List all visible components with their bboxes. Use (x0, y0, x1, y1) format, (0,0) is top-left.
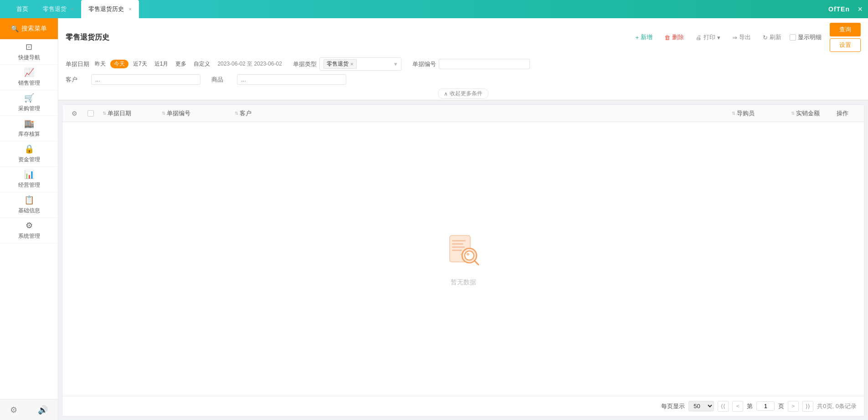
billnum-label: 单据编号 (412, 60, 436, 68)
sidebar-item-operation[interactable]: 📊 经营管理 (0, 167, 58, 192)
page-top-section: 零售退货历史 + 新增 🗑 删除 🖨 打印 ▾ (58, 18, 868, 101)
page-next-btn[interactable]: ＞ (788, 401, 799, 412)
date-btn-more[interactable]: 更多 (173, 60, 189, 68)
print-button[interactable]: 🖨 打印 ▾ (692, 31, 724, 43)
date-btn-1month[interactable]: 近1月 (152, 60, 171, 68)
sidebar-item-basic-info[interactable]: 📋 基础信息 (0, 192, 58, 218)
refresh-button[interactable]: ↻ 刷新 (759, 31, 785, 43)
svg-rect-2 (452, 243, 463, 245)
sidebar-item-inventory[interactable]: 🏬 库存核算 (0, 116, 58, 141)
sidebar-item-finance-label: 资金管理 (18, 156, 40, 164)
page-size-label: 每页显示 (661, 402, 685, 410)
collapse-icon: ∧ (444, 91, 448, 97)
billtype-tag: 零售退货 × (324, 59, 357, 69)
th-guide-sort-icon: ⇅ (732, 111, 735, 116)
tab-retail-return-history-close[interactable]: × (128, 6, 131, 12)
sidebar-search[interactable]: 🔍 搜索菜单 (0, 18, 58, 39)
sidebar-item-quick-nav[interactable]: ⊡ 快捷导航 (0, 39, 58, 65)
toolbar: + 新增 🗑 删除 🖨 打印 ▾ ⇒ 导出 (632, 23, 861, 52)
page-word: 页 (778, 402, 784, 410)
sidebar-item-sys-mgmt-label: 系统管理 (18, 232, 40, 240)
sidebar-nav: ⊡ 快捷导航 📈 销售管理 🛒 采购管理 🏬 库存核算 🔒 资金管理 📊 (0, 39, 58, 399)
tab-retail-return-label: 零售退货 (43, 5, 67, 13)
date-btn-today[interactable]: 今天 (110, 60, 128, 68)
tab-retail-return-history[interactable]: 零售退货历史 × (81, 0, 139, 18)
th-date-sort-icon: ⇅ (103, 111, 106, 116)
brand-label: OfTEn (828, 5, 850, 13)
page-title: 零售退货历史 (66, 33, 109, 42)
page-size-select[interactable]: 50 20 100 200 (688, 401, 714, 411)
sidebar-item-quick-nav-label: 快捷导航 (18, 54, 40, 61)
sidebar-item-sys-mgmt[interactable]: ⚙ 系统管理 (0, 218, 58, 243)
svg-rect-4 (452, 250, 462, 251)
sidebar-item-sales-mgmt-label: 销售管理 (18, 79, 40, 87)
th-guide[interactable]: ⇅ 导购员 (728, 109, 787, 118)
th-ops: 操作 (833, 109, 860, 118)
sys-mgmt-icon: ⚙ (26, 220, 33, 230)
th-num[interactable]: ⇅ 单据编号 (158, 109, 231, 118)
sidebar-item-sales-mgmt[interactable]: 📈 销售管理 (0, 65, 58, 90)
show-detail-checkbox[interactable] (790, 34, 796, 41)
basic-info-icon: 📋 (24, 195, 34, 205)
filter-billtype-item: 单据类型 零售退货 × ▾ (293, 57, 401, 71)
sidebar-item-purchase-mgmt[interactable]: 🛒 采购管理 (0, 90, 58, 116)
svg-rect-3 (452, 246, 465, 248)
table-settings-icon[interactable]: ⚙ (66, 110, 82, 117)
window-close-icon[interactable]: × (858, 5, 863, 14)
sidebar: 🔍 搜索菜单 ⊡ 快捷导航 📈 销售管理 🛒 采购管理 🏬 库存核算 🔒 (0, 18, 58, 420)
th-amount[interactable]: ⇅ 实销金额 (787, 109, 833, 118)
date-btn-yesterday[interactable]: 昨天 (92, 60, 108, 68)
collapse-bar: ∧ 收起更多条件 (66, 87, 861, 100)
filter-customer-item: 客户 (66, 74, 200, 85)
table-header-checkbox[interactable] (82, 110, 99, 117)
operation-icon: 📊 (24, 169, 34, 179)
page-number-input[interactable] (756, 401, 775, 411)
show-detail-toggle[interactable]: 显示明细 (790, 33, 822, 41)
date-btn-custom[interactable]: 自定义 (191, 60, 213, 68)
query-button[interactable]: 查询 (830, 23, 861, 36)
select-all-checkbox[interactable] (87, 110, 94, 117)
collapse-button[interactable]: ∧ 收起更多条件 (438, 88, 488, 99)
tab-retail-return[interactable]: 零售退货 × (36, 0, 81, 18)
tab-retail-return-close[interactable]: × (71, 6, 74, 12)
export-button[interactable]: ⇒ 导出 (729, 31, 755, 43)
main-content: 零售退货历史 + 新增 🗑 删除 🖨 打印 ▾ (58, 18, 868, 420)
th-client[interactable]: ⇅ 客户 (231, 109, 728, 118)
billtype-dropdown-icon: ▾ (394, 61, 397, 67)
sidebar-settings-icon[interactable]: ⚙ (10, 405, 17, 415)
print-label: 打印 (704, 33, 715, 41)
table-area: ⚙ ⇅ 单据日期 ⇅ 单据编号 ⇅ 客户 ⇅ 导购员 (62, 104, 864, 416)
customer-input[interactable] (91, 74, 200, 85)
page-first-btn[interactable]: ⟨⟨ (718, 401, 729, 412)
th-date[interactable]: ⇅ 单据日期 (99, 109, 158, 118)
page-prev-btn[interactable]: ＜ (732, 401, 743, 412)
pagination: 每页显示 50 20 100 200 ⟨⟨ ＜ 第 页 ＞ ⟩⟩ 共0页, 0条… (62, 396, 864, 416)
collapse-label: 收起更多条件 (450, 90, 483, 97)
settings-button[interactable]: 设置 (830, 38, 861, 52)
query-settings-group: 查询 设置 (830, 23, 861, 52)
add-label: 新增 (641, 33, 652, 41)
billtype-tag-text: 零售退货 (327, 60, 349, 68)
th-ops-label: 操作 (837, 109, 848, 118)
sidebar-sound-icon[interactable]: 🔊 (38, 405, 48, 415)
sidebar-item-finance[interactable]: 🔒 资金管理 (0, 141, 58, 167)
billtype-tag-close[interactable]: × (350, 61, 354, 67)
purchase-icon: 🛒 (24, 93, 34, 103)
date-btn-7days[interactable]: 近7天 (130, 60, 150, 68)
tab-home[interactable]: 首页 (9, 0, 36, 18)
tab-retail-return-history-label: 零售退货历史 (88, 5, 124, 13)
delete-button[interactable]: 🗑 删除 (661, 31, 688, 43)
page-summary: 共0页, 0条记录 (817, 402, 857, 410)
th-date-label: 单据日期 (108, 109, 131, 118)
billtype-select[interactable]: 零售退货 × ▾ (319, 57, 401, 71)
add-button[interactable]: + 新增 (632, 31, 656, 43)
svg-rect-1 (452, 240, 466, 241)
filter-date-item: 单据日期 昨天 今天 近7天 近1月 更多 自定义 2023-06-02 至 2… (66, 60, 282, 68)
page-last-btn[interactable]: ⟩⟩ (802, 401, 813, 412)
quick-nav-icon: ⊡ (26, 42, 32, 52)
refresh-label: 刷新 (770, 33, 781, 41)
goods-input[interactable] (237, 74, 346, 85)
sidebar-search-label: 搜索菜单 (21, 25, 47, 33)
page-word-before: 第 (747, 402, 753, 410)
billnum-input[interactable] (439, 59, 530, 69)
